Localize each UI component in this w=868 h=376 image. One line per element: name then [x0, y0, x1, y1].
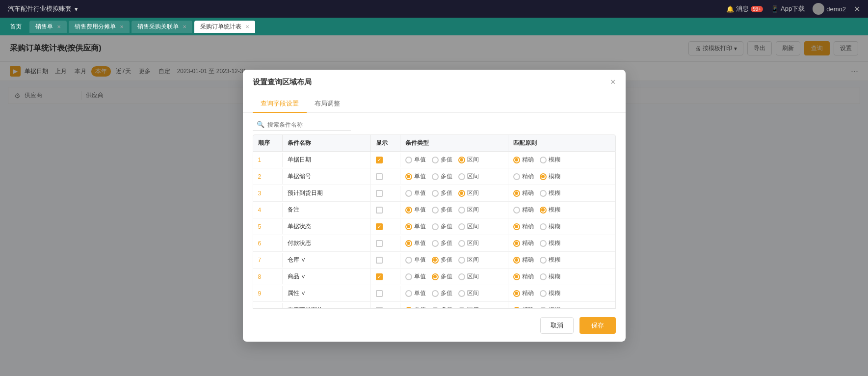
type-single-8[interactable]: 单值 — [405, 272, 426, 281]
condition-name: 付款状态 — [288, 239, 311, 247]
tab-sales-order[interactable]: 销售单 ✕ — [29, 21, 67, 33]
show-checkbox-3[interactable] — [376, 190, 383, 197]
match-fuzzy-8[interactable]: 模糊 — [540, 272, 560, 281]
tab-purchase-stats-close[interactable]: ✕ — [245, 24, 249, 29]
cell-show-6[interactable] — [371, 236, 400, 251]
condition-name: 仓库 ∨ — [288, 256, 306, 264]
match-exact-3[interactable]: 精确 — [513, 189, 534, 197]
cell-show-4[interactable] — [371, 203, 400, 217]
cell-order-2: 2 — [253, 169, 283, 184]
type-range-7[interactable]: 区间 — [458, 256, 479, 264]
show-checkbox-6[interactable] — [376, 240, 383, 247]
type-multi-4[interactable]: 多值 — [432, 206, 452, 214]
header-order: 顺序 — [253, 135, 283, 151]
type-single-2[interactable]: 单值 — [405, 172, 426, 181]
type-multi-7[interactable]: 多值 — [432, 256, 452, 264]
dialog-tab-query-fields[interactable]: 查询字段设置 — [253, 95, 307, 113]
dropdown-arrow-icon[interactable]: ▾ — [75, 5, 78, 13]
show-checkbox-2[interactable] — [376, 173, 383, 180]
tab-home[interactable]: 首页 — [4, 21, 27, 33]
show-checkbox-1[interactable] — [376, 157, 383, 163]
match-exact-2[interactable]: 精确 — [513, 172, 534, 181]
cell-show-8[interactable] — [371, 269, 400, 284]
tab-home-label: 首页 — [10, 23, 22, 31]
download-item[interactable]: 📱 App下载 — [771, 4, 805, 13]
match-fuzzy-3[interactable]: 模糊 — [540, 189, 560, 197]
notification-label: 消息 — [736, 4, 749, 13]
match-fuzzy-9[interactable]: 模糊 — [540, 289, 560, 297]
match-exact-9[interactable]: 精确 — [513, 289, 534, 297]
type-multi-1[interactable]: 多值 — [432, 156, 452, 164]
tab-sales-purchase[interactable]: 销售采购关联单 ✕ — [132, 21, 192, 33]
type-single-4[interactable]: 单值 — [405, 206, 426, 214]
tab-sales-expense[interactable]: 销售费用分摊单 ✕ — [69, 21, 130, 33]
type-single-7[interactable]: 单值 — [405, 256, 426, 264]
show-checkbox-4[interactable] — [376, 207, 383, 214]
cell-show-5[interactable] — [371, 219, 400, 234]
cell-name-1: 单据日期 — [283, 152, 371, 168]
show-checkbox-8[interactable] — [376, 273, 383, 280]
tab-purchase-stats[interactable]: 采购订单统计表 ✕ — [194, 21, 255, 33]
top-close-button[interactable]: ✕ — [854, 4, 860, 14]
match-exact-6[interactable]: 精确 — [513, 239, 534, 247]
match-fuzzy-6[interactable]: 模糊 — [540, 239, 560, 247]
match-exact-4[interactable]: 精确 — [513, 206, 534, 214]
match-fuzzy-4[interactable]: 模糊 — [540, 206, 560, 214]
match-exact-8[interactable]: 精确 — [513, 272, 534, 281]
tab-bar: 首页 销售单 ✕ 销售费用分摊单 ✕ 销售采购关联单 ✕ 采购订单统计表 ✕ — [0, 18, 868, 35]
order-number: 8 — [258, 273, 262, 280]
type-multi-3[interactable]: 多值 — [432, 189, 452, 197]
match-exact-1[interactable]: 精确 — [513, 156, 534, 164]
save-button[interactable]: 保存 — [579, 317, 616, 334]
type-multi-8[interactable]: 多值 — [432, 272, 452, 281]
type-multi-9[interactable]: 多值 — [432, 289, 452, 297]
cancel-button[interactable]: 取消 — [540, 317, 574, 334]
cell-show-9[interactable] — [371, 286, 400, 301]
cell-order-4: 4 — [253, 203, 283, 217]
notification-badge: 99+ — [751, 6, 763, 12]
match-exact-7[interactable]: 精确 — [513, 256, 534, 264]
type-multi-6[interactable]: 多值 — [432, 239, 452, 247]
type-multi-5[interactable]: 多值 — [432, 222, 452, 231]
cell-show-10[interactable] — [371, 303, 400, 309]
search-input[interactable] — [267, 121, 341, 128]
order-number: 5 — [258, 223, 262, 230]
type-single-3[interactable]: 单值 — [405, 189, 426, 197]
type-single-1[interactable]: 单值 — [405, 156, 426, 164]
show-checkbox-9[interactable] — [376, 290, 383, 297]
type-single-6[interactable]: 单值 — [405, 239, 426, 247]
type-range-6[interactable]: 区间 — [458, 239, 479, 247]
tab-sales-expense-close[interactable]: ✕ — [120, 24, 124, 29]
match-exact-5[interactable]: 精确 — [513, 222, 534, 231]
type-range-2[interactable]: 区间 — [458, 172, 479, 181]
type-single-5[interactable]: 单值 — [405, 222, 426, 231]
cell-type-5: 单值 多值 区间 — [400, 218, 508, 235]
type-multi-2[interactable]: 多值 — [432, 172, 452, 181]
cell-show-1[interactable] — [371, 153, 400, 167]
cell-show-3[interactable] — [371, 186, 400, 201]
user-avatar[interactable]: demo2 — [813, 3, 846, 15]
type-single-9[interactable]: 单值 — [405, 289, 426, 297]
cell-show-2[interactable] — [371, 169, 400, 184]
tab-sales-purchase-close[interactable]: ✕ — [183, 24, 186, 29]
type-radio-group-7: 单值 多值 区间 — [405, 256, 479, 264]
type-range-9[interactable]: 区间 — [458, 289, 479, 297]
type-range-1[interactable]: 区间 — [458, 156, 479, 164]
type-range-5[interactable]: 区间 — [458, 222, 479, 231]
type-radio-group-2: 单值 多值 区间 — [405, 172, 479, 181]
notification-item[interactable]: 🔔 消息 99+ — [726, 4, 763, 13]
type-range-3[interactable]: 区间 — [458, 189, 479, 197]
show-checkbox-5[interactable] — [376, 223, 383, 230]
match-fuzzy-7[interactable]: 模糊 — [540, 256, 560, 264]
show-checkbox-7[interactable] — [376, 257, 383, 264]
match-fuzzy-2[interactable]: 模糊 — [540, 172, 560, 181]
type-range-8[interactable]: 区间 — [458, 272, 479, 281]
type-range-4[interactable]: 区间 — [458, 206, 479, 214]
dialog-tab-layout[interactable]: 布局调整 — [307, 95, 348, 113]
tab-sales-close[interactable]: ✕ — [57, 24, 61, 29]
cell-show-7[interactable] — [371, 253, 400, 268]
match-fuzzy-1[interactable]: 模糊 — [540, 156, 560, 164]
dialog-close-button[interactable]: × — [610, 77, 616, 87]
match-radio-group-6: 精确 模糊 — [513, 239, 560, 247]
match-fuzzy-5[interactable]: 模糊 — [540, 222, 560, 231]
